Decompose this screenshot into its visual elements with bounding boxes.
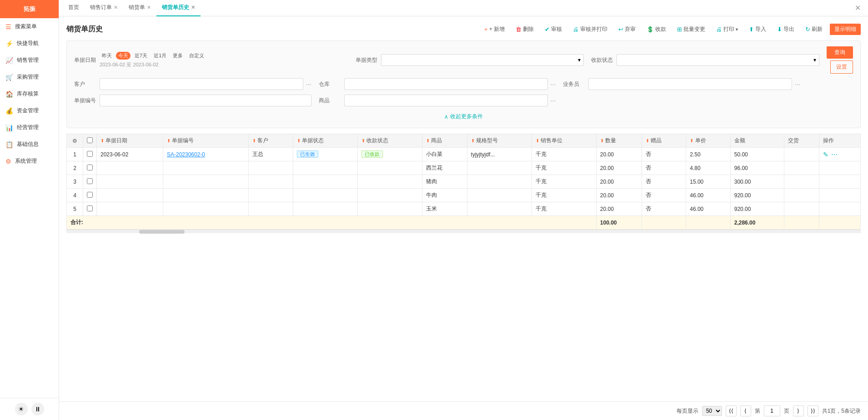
row1-checkbox[interactable] <box>87 151 93 157</box>
new-button[interactable]: + + 新增 <box>481 24 508 35</box>
table-body: 1 2023-06-02 SA-20230602-0 王总 已生效 已收款 小白… <box>67 148 861 230</box>
collect-status-select[interactable]: ▾ <box>617 54 819 66</box>
prev-page-btn[interactable]: ⟨ <box>740 405 751 416</box>
horizontal-scrollbar[interactable] <box>66 230 861 233</box>
goods-input[interactable] <box>344 95 548 106</box>
abandon-button[interactable]: ↩ 弃审 <box>615 24 639 35</box>
customer-ellipsis-btn[interactable]: ··· <box>306 80 311 88</box>
col-unit[interactable]: ⬆ 销售单位 <box>532 134 596 148</box>
tab-sales-history[interactable]: 销货单历史 ✕ <box>156 0 201 16</box>
first-page-btn[interactable]: ⟨⟨ <box>726 405 737 416</box>
sidebar-item-label: 搜索菜单 <box>15 23 37 30</box>
sidebar-sun-btn[interactable]: ☀ <box>15 403 28 415</box>
sidebar-item-funds-mgmt[interactable]: 💰 资金管理 <box>0 102 59 119</box>
tab-home[interactable]: 首页 <box>63 0 85 16</box>
customer-input[interactable] <box>100 78 303 90</box>
col-date[interactable]: ⬆ 单据日期 <box>97 134 163 148</box>
sidebar-item-inventory[interactable]: 🏠 库存核算 <box>0 85 59 102</box>
filter-row-3: 单据编号 商品 ··· <box>74 95 853 106</box>
warehouse-input[interactable] <box>344 78 548 90</box>
col-collect-status[interactable]: ⬆ 收款状态 <box>357 134 422 148</box>
row4-customer <box>249 189 293 202</box>
query-button[interactable]: 查询 <box>827 46 853 59</box>
sidebar-pause-btn[interactable]: ⏸ <box>31 403 44 415</box>
sidebar-item-sales-mgmt[interactable]: 📈 销售管理 <box>0 52 59 69</box>
row5-check[interactable] <box>83 202 97 216</box>
import-button[interactable]: ⬆ 导入 <box>745 24 770 35</box>
col-settings[interactable]: ⚙ <box>67 134 83 148</box>
warehouse-label: 仓库 <box>319 80 341 88</box>
date-btn-more[interactable]: 更多 <box>171 52 185 60</box>
sidebar-item-quick-nav[interactable]: ⚡ 快捷导航 <box>0 35 59 52</box>
sidebar-item-search-menu[interactable]: ☰ 搜索菜单 <box>0 18 59 35</box>
row3-check[interactable] <box>83 175 97 189</box>
row4-date <box>97 189 163 202</box>
row2-check[interactable] <box>83 161 97 175</box>
batch-change-button[interactable]: ⊞ 批量变更 <box>673 24 709 35</box>
col-amount: 金额 <box>730 134 784 148</box>
row2-no <box>163 161 248 175</box>
select-all-checkbox[interactable] <box>87 137 93 143</box>
date-btn-7days[interactable]: 近7天 <box>132 52 150 60</box>
display-detail-button[interactable]: 显示明细 <box>830 24 861 35</box>
close-all-tabs-button[interactable]: ✕ <box>851 4 864 12</box>
audit-icon: ✔ <box>545 26 550 33</box>
col-price[interactable]: ⬆ 单价 <box>686 134 730 148</box>
scrollbar-thumb[interactable] <box>139 230 185 234</box>
audit-button[interactable]: ✔ 审核 <box>541 24 566 35</box>
tab-sales-order[interactable]: 销售订单 ✕ <box>85 0 123 16</box>
tab-sales-goods-close[interactable]: ✕ <box>147 5 151 10</box>
page-number-input[interactable] <box>764 405 780 416</box>
col-spec[interactable]: ⬆ 规格型号 <box>467 134 532 148</box>
col-customer[interactable]: ⬆ 客户 <box>249 134 293 148</box>
row1-no-link[interactable]: SA-20230602-0 <box>167 151 205 158</box>
delete-button[interactable]: 🗑 删除 <box>512 24 537 35</box>
sort-icon-no: ⬆ <box>167 138 171 143</box>
sidebar-item-basic-info[interactable]: 📋 基础信息 <box>0 136 59 153</box>
sidebar-item-ops-mgmt[interactable]: 📊 经营管理 <box>0 119 59 136</box>
row3-checkbox[interactable] <box>87 178 93 184</box>
main-area: 首页 销售订单 ✕ 销货单 ✕ 销货单历史 ✕ ✕ 销货单历史 + + 新增 <box>59 0 868 420</box>
col-check[interactable] <box>83 134 97 148</box>
warehouse-ellipsis-btn[interactable]: ··· <box>551 80 556 88</box>
refresh-button[interactable]: ↻ 刷新 <box>802 24 826 35</box>
date-btn-yesterday[interactable]: 昨天 <box>100 52 114 60</box>
col-qty[interactable]: ⬆ 数量 <box>596 134 642 148</box>
set-button[interactable]: 设置 <box>830 60 853 74</box>
doc-no-input[interactable] <box>100 95 311 106</box>
col-no[interactable]: ⬆ 单据编号 <box>163 134 248 148</box>
row1-check[interactable] <box>83 148 97 161</box>
row2-checkbox[interactable] <box>87 165 93 170</box>
page-size-select[interactable]: 50 <box>702 406 722 416</box>
date-btn-custom[interactable]: 自定义 <box>187 52 206 60</box>
sidebar-item-purchase-mgmt[interactable]: 🛒 采购管理 <box>0 69 59 85</box>
row5-checkbox[interactable] <box>87 205 93 211</box>
audit-print-button[interactable]: 🖨 审核并打印 <box>569 24 611 35</box>
salesperson-input[interactable] <box>588 78 792 90</box>
tab-sales-goods[interactable]: 销货单 ✕ <box>123 0 156 16</box>
print-button[interactable]: 🖨 打印 ▾ <box>712 24 742 35</box>
row1-edit-btn[interactable]: ✎ <box>823 151 828 158</box>
goods-ellipsis-btn[interactable]: ··· <box>551 97 556 104</box>
tab-sales-history-close[interactable]: ✕ <box>191 5 195 10</box>
next-page-btn[interactable]: ⟩ <box>793 405 804 416</box>
row4-checkbox[interactable] <box>87 192 93 198</box>
col-goods[interactable]: ⬆ 商品 <box>422 134 467 148</box>
sidebar-item-sys-mgmt[interactable]: ⚙ 系统管理 <box>0 153 59 170</box>
row1-more-btn[interactable]: ⋯ <box>831 151 838 158</box>
doc-type-select[interactable]: ▾ <box>381 54 584 66</box>
tab-sales-order-close[interactable]: ✕ <box>114 5 118 10</box>
col-gift[interactable]: ⬆ 赠品 <box>642 134 686 148</box>
collect-button[interactable]: 💲 收款 <box>643 24 670 35</box>
date-btn-1month[interactable]: 近1月 <box>151 52 169 60</box>
export-button[interactable]: ⬇ 导出 <box>773 24 798 35</box>
page-size-label: 每页显示 <box>677 407 698 415</box>
col-doc-status[interactable]: ⬆ 单据状态 <box>293 134 357 148</box>
sidebar-item-label: 销售管理 <box>17 56 39 64</box>
row4-check[interactable] <box>83 189 97 202</box>
date-btn-today[interactable]: 今天 <box>116 52 130 60</box>
last-page-btn[interactable]: ⟩⟩ <box>808 405 818 416</box>
salesperson-ellipsis-btn[interactable]: ··· <box>795 80 800 88</box>
collapse-button[interactable]: ∧ 收起更多条件 <box>74 111 853 122</box>
row5-trade <box>784 202 819 216</box>
